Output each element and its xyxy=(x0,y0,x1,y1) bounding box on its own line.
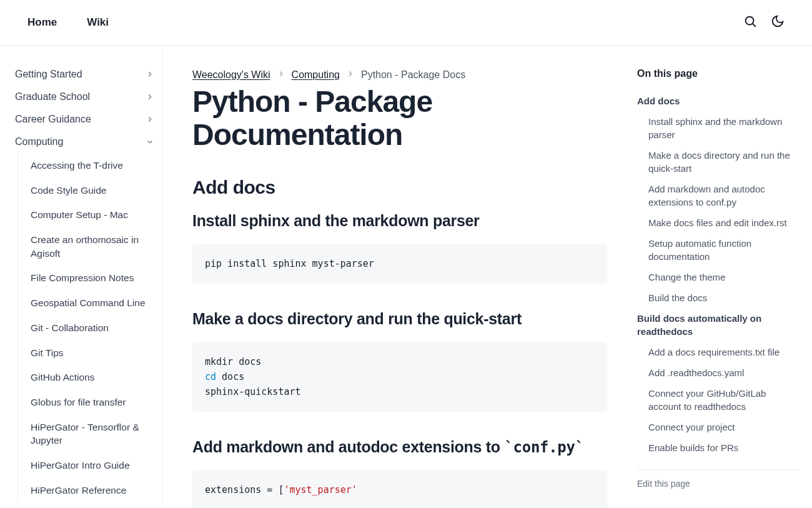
sidebar-item-globus-for-file-transfer[interactable]: Globus for file transfer xyxy=(31,390,162,415)
chevron-down-icon xyxy=(146,137,154,146)
chevron-right-icon xyxy=(146,70,154,79)
toc-item[interactable]: Make a docs directory and run the quick-… xyxy=(637,145,800,179)
sidebar-item-git-tips[interactable]: Git Tips xyxy=(31,341,162,366)
toc-item[interactable]: Build the docs xyxy=(637,287,800,308)
sidebar-item-file-compression-notes[interactable]: File Compression Notes xyxy=(31,266,162,291)
header-nav: Home Wiki xyxy=(27,16,109,29)
toc-item[interactable]: Setup automatic function documentation xyxy=(637,233,800,267)
chevron-right-icon xyxy=(346,69,355,81)
code-text: docs xyxy=(216,371,244,382)
edit-page-link[interactable]: Edit this page xyxy=(637,479,800,489)
toc-item[interactable]: Add .readthedocs.yaml xyxy=(637,362,800,383)
toc-item[interactable]: Add docs xyxy=(637,91,800,111)
toc-divider xyxy=(637,469,800,470)
code-text: pip install sphinx myst-parser xyxy=(205,258,374,269)
toc-item[interactable]: Make docs files and edit index.rst xyxy=(637,212,800,233)
code-block-extensions: extensions = ['myst_parser' xyxy=(192,470,607,508)
layout: Getting StartedGraduate SchoolCareer Gui… xyxy=(0,46,812,508)
sidebar-item-label: Graduate School xyxy=(15,91,90,102)
heading-install-sphinx: Install sphinx and the markdown parser xyxy=(192,212,607,230)
main-content: Weecology's Wiki Computing Python - Pack… xyxy=(162,46,637,508)
sidebar-item-graduate-school[interactable]: Graduate School xyxy=(15,86,162,108)
sidebar-item-hipergator-intro-guide[interactable]: HiPerGator Intro Guide xyxy=(31,453,162,478)
sidebar-item-create-an-orthomosaic-in-agisoft[interactable]: Create an orthomosaic in Agisoft xyxy=(31,227,162,266)
sidebar-item-label: Career Guidance xyxy=(15,114,91,125)
breadcrumb-section[interactable]: Computing xyxy=(292,69,340,81)
breadcrumb: Weecology's Wiki Computing Python - Pack… xyxy=(192,69,607,81)
chevron-right-icon xyxy=(277,69,285,81)
table-of-contents: On this page Add docsInstall sphinx and … xyxy=(637,46,812,508)
toc-item[interactable]: Connect your project xyxy=(637,417,800,437)
toc-title: On this page xyxy=(637,68,800,79)
code-text: sphinx-quickstart xyxy=(205,386,301,397)
sidebar-item-code-style-guide[interactable]: Code Style Guide xyxy=(31,178,162,203)
theme-toggle-icon[interactable] xyxy=(771,14,785,31)
heading-conf-py: Add markdown and autodoc extensions to `… xyxy=(192,438,607,456)
code-block-pip-install: pip install sphinx myst-parser xyxy=(192,244,607,284)
sidebar-item-hipergator-reference[interactable]: HiPerGator Reference xyxy=(31,478,162,503)
breadcrumb-root[interactable]: Weecology's Wiki xyxy=(192,69,270,81)
heading-make-docs-dir: Make a docs directory and run the quick-… xyxy=(192,310,607,328)
heading-add-docs: Add docs xyxy=(192,177,607,198)
toc-item[interactable]: Enable builds for PRs xyxy=(637,437,800,458)
sidebar-item-hipergator-tensorflor-jupyter[interactable]: HiPerGator - Tensorflor & Jupyter xyxy=(31,415,162,453)
sidebar-item-label: Getting Started xyxy=(15,69,82,80)
page-title: Python - Package Documentation xyxy=(192,86,607,152)
sidebar-computing-children: Accessing the T-driveCode Style GuideCom… xyxy=(17,153,162,502)
sidebar-item-computer-setup-mac[interactable]: Computer Setup - Mac xyxy=(31,202,162,227)
sidebar-item-getting-started[interactable]: Getting Started xyxy=(15,63,162,86)
toc-item[interactable]: Install sphinx and the markdown parser xyxy=(637,111,800,145)
chevron-right-icon xyxy=(146,92,154,101)
toc-item[interactable]: Add markdown and autodoc extensions to c… xyxy=(637,179,800,212)
chevron-right-icon xyxy=(146,115,154,124)
sidebar-item-career-guidance[interactable]: Career Guidance xyxy=(15,108,162,131)
toc-item[interactable]: Connect your GitHub/GitLab account to re… xyxy=(637,383,800,417)
header: Home Wiki xyxy=(0,0,812,46)
heading-text: Add markdown and autodoc extensions to xyxy=(192,438,504,456)
code-text: mkdir docs xyxy=(205,356,261,367)
sidebar-item-geospatial-command-line[interactable]: Geospatial Command Line xyxy=(31,291,162,316)
code-text: extensions = [ xyxy=(205,484,284,496)
sidebar-item-git-collaboration[interactable]: Git - Collaboration xyxy=(31,316,162,341)
code-string: 'myst_parser' xyxy=(284,484,357,496)
sidebar-item-accessing-the-t-drive[interactable]: Accessing the T-drive xyxy=(31,153,162,178)
sidebar-item-github-actions[interactable]: GitHub Actions xyxy=(31,365,162,390)
code-keyword: cd xyxy=(205,371,216,382)
toc-item[interactable]: Change the theme xyxy=(637,267,800,287)
sidebar-item-computing[interactable]: Computing xyxy=(15,131,162,153)
sidebar: Getting StartedGraduate SchoolCareer Gui… xyxy=(0,46,162,508)
code-block-mkdir: mkdir docs cd docs sphinx-quickstart xyxy=(192,342,607,412)
heading-code: `conf.py` xyxy=(504,439,583,456)
nav-home[interactable]: Home xyxy=(27,16,57,29)
sidebar-item-label: Computing xyxy=(15,136,63,147)
toc-item[interactable]: Add a docs requirements.txt file xyxy=(637,342,800,362)
svg-line-1 xyxy=(753,24,755,26)
search-icon[interactable] xyxy=(743,14,757,31)
breadcrumb-current: Python - Package Docs xyxy=(361,69,465,81)
header-icons xyxy=(743,14,785,31)
nav-wiki[interactable]: Wiki xyxy=(87,16,109,29)
toc-item[interactable]: Build docs automatically on readthedocs xyxy=(637,308,800,342)
